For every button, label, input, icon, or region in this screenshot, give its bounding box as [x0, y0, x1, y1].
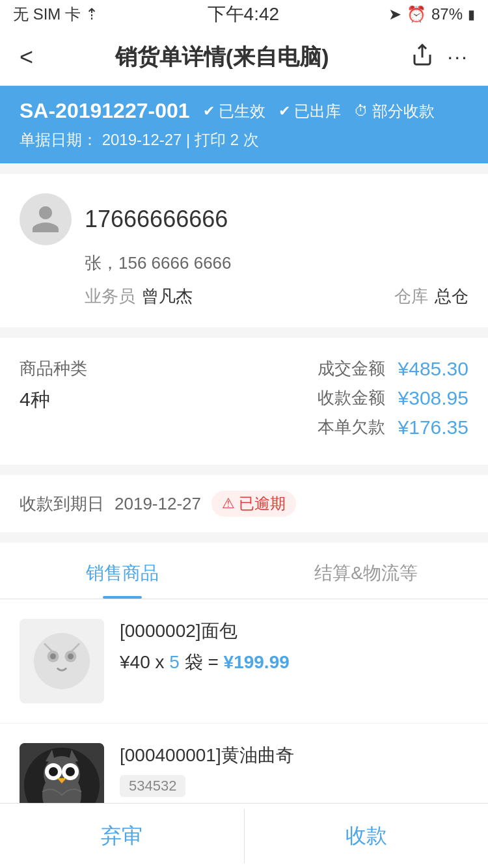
location-icon: ➤	[388, 5, 401, 23]
nav-right: ···	[411, 43, 468, 72]
cancel-review-button[interactable]: 弃审	[0, 809, 245, 863]
check-icon-2: ✔	[278, 103, 290, 120]
status-left: 无 SIM 卡 ⇡	[13, 4, 98, 25]
customer-info-row: 业务员 曾凡杰 仓库 总仓	[85, 285, 468, 308]
product-price-1: ¥40 x 5 袋 = ¥199.99	[120, 650, 468, 675]
product-qty-1: 5	[169, 652, 180, 672]
warehouse-name: 总仓	[435, 285, 468, 308]
status-bar: 无 SIM 卡 ⇡ 下午4:42 ➤ ⏰ 87% ▮	[0, 0, 488, 29]
overdue-icon: ⚠	[222, 495, 235, 512]
header-date-row: 单据日期： 2019-12-27 | 打印 2 次	[20, 129, 468, 150]
nav-left: <	[20, 44, 33, 71]
amount-row: 成交金额 ¥485.30	[318, 357, 468, 380]
collect-payment-button[interactable]: 收款	[245, 809, 489, 863]
order-id: SA-20191227-001	[20, 99, 190, 123]
clock-icon: ⏱	[354, 103, 368, 120]
bottom-bar: 弃审 收款	[0, 803, 488, 868]
customer-section: 17666666666 张，156 6666 6666 业务员 曾凡杰 仓库 总…	[0, 174, 488, 327]
type-value: 4种	[20, 388, 50, 410]
product-name-2: [000400001]黄油曲奇	[120, 743, 468, 768]
due-date: 2019-12-27	[115, 494, 201, 514]
summary-right: 成交金额 ¥485.30 收款金额 ¥308.95 本单欠款 ¥176.35	[318, 357, 468, 445]
svg-point-5	[68, 653, 74, 659]
back-button[interactable]: <	[20, 44, 33, 71]
amount-value: ¥485.30	[398, 358, 468, 380]
status-right: ➤ ⏰ 87% ▮	[388, 5, 475, 23]
customer-phone: 17666666666	[85, 206, 228, 233]
sim-status: 无 SIM 卡 ⇡	[13, 4, 98, 25]
overdue-text: 已逾期	[239, 493, 286, 514]
tab-sales-products[interactable]: 销售商品	[0, 543, 244, 599]
amount-label: 成交金额	[318, 357, 385, 380]
nav-bar: < 销货单详情(来自电脑) ···	[0, 29, 488, 86]
status-partial: ⏱ 部分收款	[354, 101, 435, 122]
product-info-1: [0000002]面包 ¥40 x 5 袋 = ¥199.99	[120, 619, 468, 675]
svg-point-14	[49, 767, 58, 776]
svg-point-1	[34, 633, 90, 689]
tab-settlement[interactable]: 结算&物流等	[244, 543, 488, 599]
received-row: 收款金额 ¥308.95	[318, 387, 468, 409]
more-button[interactable]: ···	[447, 45, 468, 69]
due-section: 收款到期日 2019-12-27 ⚠ 已逾期	[0, 475, 488, 532]
nav-title: 销货单详情(来自电脑)	[115, 42, 329, 72]
agent-name: 曾凡杰	[142, 285, 193, 308]
debt-value: ¥176.35	[398, 416, 468, 439]
due-label: 收款到期日	[20, 493, 104, 515]
customer-name: 张，156 6666 6666	[85, 252, 468, 275]
battery-level: 87%	[431, 5, 463, 23]
avatar	[20, 193, 72, 245]
type-label: 商品种类	[20, 357, 87, 380]
list-item: [0000002]面包 ¥40 x 5 袋 = ¥199.99	[0, 599, 488, 724]
summary-section: 商品种类 4种 成交金额 ¥485.30 收款金额 ¥308.95 本单欠款 ¥…	[0, 338, 488, 465]
product-name-1: [0000002]面包	[120, 619, 468, 644]
check-icon-1: ✔	[203, 103, 215, 120]
debt-label: 本单欠款	[318, 416, 385, 439]
status-out: ✔ 已出库	[278, 101, 341, 122]
warehouse-label: 仓库	[394, 285, 428, 308]
product-image-1	[20, 619, 104, 703]
debt-row: 本单欠款 ¥176.35	[318, 416, 468, 439]
share-button[interactable]	[411, 43, 434, 72]
svg-point-15	[66, 767, 75, 776]
battery-icon: ▮	[468, 7, 475, 22]
status-time: 下午4:42	[208, 2, 280, 27]
header-banner: SA-20191227-001 ✔ 已生效 ✔ 已出库 ⏱ 部分收款 单据日期：…	[0, 86, 488, 163]
tabs: 销售商品 结算&物流等	[0, 543, 488, 599]
received-label: 收款金额	[318, 387, 385, 409]
svg-point-4	[50, 653, 56, 659]
status-active: ✔ 已生效	[203, 101, 265, 122]
summary-left: 商品种类 4种	[20, 357, 87, 413]
overdue-badge: ⚠ 已逾期	[211, 491, 296, 517]
received-value: ¥308.95	[398, 387, 468, 409]
product-total-1: ¥199.99	[224, 652, 290, 672]
alarm-icon: ⏰	[407, 5, 426, 23]
product-sku-2: 534532	[120, 775, 185, 797]
agent-label: 业务员	[85, 285, 135, 308]
